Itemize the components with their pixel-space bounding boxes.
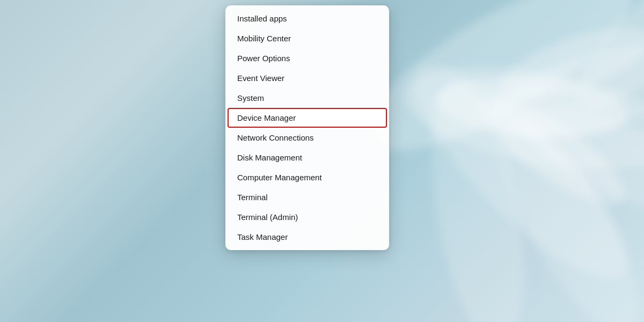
menu-item-system[interactable]: System [225, 88, 389, 108]
menu-item-terminal-admin[interactable]: Terminal (Admin) [225, 207, 389, 227]
menu-item-disk-management[interactable]: Disk Management [225, 148, 389, 167]
context-menu: Installed appsMobility CenterPower Optio… [225, 5, 389, 250]
menu-item-power-options[interactable]: Power Options [225, 48, 389, 68]
menu-item-computer-management[interactable]: Computer Management [225, 167, 389, 187]
menu-item-task-manager[interactable]: Task Manager [225, 227, 389, 247]
menu-item-event-viewer[interactable]: Event Viewer [225, 68, 389, 88]
menu-item-terminal[interactable]: Terminal [225, 187, 389, 207]
menu-item-mobility-center[interactable]: Mobility Center [225, 28, 389, 48]
menu-item-device-manager[interactable]: Device Manager [228, 108, 387, 128]
menu-item-installed-apps[interactable]: Installed apps [225, 9, 389, 28]
menu-item-network-connections[interactable]: Network Connections [225, 128, 389, 148]
